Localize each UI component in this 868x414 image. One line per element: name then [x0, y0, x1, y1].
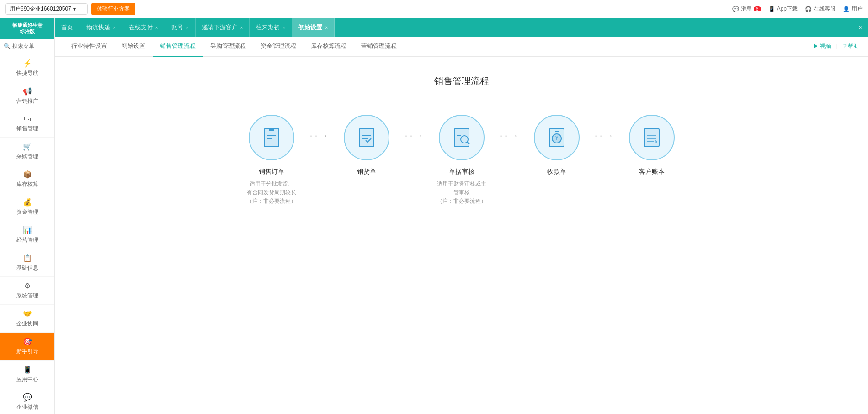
sidebar-item-label: 采购管理 — [16, 153, 38, 160]
nav-tab-init-settings[interactable]: 初始设置 × — [292, 18, 335, 37]
sidebar-logo: 畅康通好生意 标准版 — [0, 18, 54, 39]
flow-diagram: 销售订单 适用于分批发货、有合同发货周期较长（注：非必要流程） - - → — [64, 115, 859, 206]
sidebar-item-sys-mgmt[interactable]: ⚙ 系统管理 — [0, 277, 54, 305]
customer-account-name: 客户账本 — [639, 168, 665, 176]
avatar-icon: 👤 — [843, 6, 850, 12]
user-selector[interactable]: 用户690企业1660120507 ▾ — [5, 3, 88, 15]
user-label: 用户 — [852, 5, 863, 13]
nav-tab-home[interactable]: 首页 — [55, 18, 80, 37]
sidebar-item-label: 资金管理 — [16, 208, 38, 216]
marketing-icon: 📢 — [23, 87, 32, 96]
nav-tab-logistics[interactable]: 物流快递 × — [80, 18, 122, 37]
help-link[interactable]: ? 帮助 — [843, 42, 859, 50]
search-icon: 🔍 — [4, 43, 11, 49]
svg-text:¥: ¥ — [655, 138, 658, 144]
sidebar-item-label: 基础信息 — [16, 264, 38, 272]
doc-audit-circle — [439, 115, 485, 160]
sys-icon: ⚙ — [24, 281, 31, 290]
arrow-3: - - → — [500, 115, 518, 141]
sidebar-item-marketing-promo[interactable]: 📢 营销推广 — [0, 82, 54, 110]
app-center-icon: 📱 — [23, 365, 32, 374]
flow-step-doc-audit: 单据审核 适用于财务审核或主管审核（注：非必要流程） — [425, 115, 498, 206]
flow-step-receipt: ¥ 收款单 — [520, 115, 593, 180]
nav-tab-invite-close[interactable]: × — [240, 25, 243, 30]
nav-tab-online-pay-close[interactable]: × — [155, 25, 158, 30]
sidebar-item-label: 系统管理 — [16, 292, 38, 300]
invoice-circle — [344, 115, 389, 160]
sidebar-item-ops-mgmt[interactable]: 📊 经营管理 — [0, 221, 54, 249]
corp-wechat-icon: 💬 — [23, 393, 32, 402]
receipt-circle: ¥ — [534, 115, 580, 160]
sidebar-item-quick-nav[interactable]: ⚡ 快捷导航 — [0, 54, 54, 82]
sidebar-item-purchase-mgmt[interactable]: 🛒 采购管理 — [0, 138, 54, 165]
inner-tab-industry-settings[interactable]: 行业特性设置 — [64, 37, 114, 57]
doc-audit-desc: 适用于财务审核或主管审核（注：非必要流程） — [437, 180, 486, 206]
sidebar-item-label: 新手引导 — [16, 348, 38, 356]
sidebar-item-corp-wechat[interactable]: 💬 企业微信 — [0, 388, 54, 414]
sidebar-item-label: 库存核算 — [16, 180, 38, 188]
nav-tab-online-pay[interactable]: 在线支付 × — [122, 18, 165, 37]
logo-line2: 标准版 — [12, 28, 43, 35]
inventory-icon: 📦 — [23, 170, 32, 179]
inner-tab-init-settings[interactable]: 初始设置 — [114, 37, 153, 57]
sales-order-circle — [249, 115, 294, 160]
nav-tab-account-close[interactable]: × — [186, 25, 189, 30]
message-label: 消息 — [741, 5, 752, 13]
arrow-1: - - → — [310, 115, 328, 141]
sidebar-item-finance-mgmt[interactable]: 💰 资金管理 — [0, 193, 54, 221]
sidebar-item-label: 企业协同 — [16, 320, 38, 328]
online-service-button[interactable]: 🎧 在线客服 — [805, 5, 836, 13]
sidebar-search[interactable]: 🔍 搜索菜单 — [0, 39, 54, 54]
user-profile-button[interactable]: 👤 用户 — [843, 5, 863, 13]
nav-tab-period-init[interactable]: 往来期初 × — [250, 18, 292, 37]
sidebar-item-label: 营销推广 — [16, 97, 38, 105]
flow-step-sales-order: 销售订单 适用于分批发货、有合同发货周期较长（注：非必要流程） — [235, 115, 308, 206]
receipt-name: 收款单 — [547, 168, 566, 176]
close-all-tabs-button[interactable]: × — [853, 24, 868, 31]
guide-icon: 🎯 — [23, 337, 32, 346]
sales-order-desc: 适用于分批发货、有合同发货周期较长（注：非必要流程） — [247, 180, 296, 206]
flow-title: 销售管理流程 — [64, 75, 859, 87]
enterprise-icon: 🤝 — [23, 309, 32, 318]
sidebar-item-new-guide[interactable]: 🎯 新手引导 — [0, 333, 54, 361]
flow-section: 销售管理流程 销售订单 — [55, 57, 868, 224]
sidebar-item-base-info[interactable]: 📋 基础信息 — [0, 249, 54, 277]
message-badge: 6 — [754, 6, 761, 11]
sidebar-item-sales-mgmt[interactable]: 🛍 销售管理 — [0, 110, 54, 138]
nav-tab-online-pay-label: 在线支付 — [129, 23, 153, 32]
inner-tab-marketing-flow[interactable]: 营销管理流程 — [354, 37, 404, 57]
sales-icon: 🛍 — [24, 115, 31, 123]
nav-tab-period-init-close[interactable]: × — [282, 25, 285, 30]
nav-tab-init-settings-label: 初始设置 — [298, 23, 322, 32]
nav-tab-logistics-close[interactable]: × — [113, 25, 116, 30]
svg-point-10 — [461, 136, 468, 143]
video-icon: ▶ — [813, 43, 819, 49]
help-icon: ? — [843, 43, 847, 49]
svg-rect-5 — [359, 128, 374, 147]
inner-tabs: 行业特性设置 初始设置 销售管理流程 采购管理流程 资金管理流程 — [55, 37, 868, 57]
arrow-4: - - → — [595, 115, 613, 141]
experience-button[interactable]: 体验行业方案 — [91, 3, 135, 15]
message-button[interactable]: 💬 消息 6 — [732, 5, 761, 13]
video-link[interactable]: ▶ 视频 — [813, 42, 831, 50]
sidebar-item-inventory[interactable]: 📦 库存核算 — [0, 165, 54, 193]
inner-tab-sales-flow[interactable]: 销售管理流程 — [153, 37, 203, 57]
nav-tab-invite-downstream[interactable]: 邀请下游客户 × — [196, 18, 250, 37]
app-download-button[interactable]: 📱 App下载 — [768, 5, 798, 13]
dropdown-icon: ▾ — [73, 6, 76, 12]
sidebar-item-app-center[interactable]: 📱 应用中心 — [0, 361, 54, 388]
nav-tab-home-label: 首页 — [61, 23, 73, 32]
base-info-icon: 📋 — [23, 254, 32, 262]
inner-tab-finance-flow[interactable]: 资金管理流程 — [253, 37, 304, 57]
nav-tab-init-settings-close[interactable]: × — [325, 25, 328, 30]
nav-tab-account[interactable]: 账号 × — [165, 18, 196, 37]
nav-tab-period-init-label: 往来期初 — [256, 23, 280, 32]
customer-account-circle: ¥ — [629, 115, 675, 160]
message-icon: 💬 — [732, 6, 739, 12]
sidebar-item-label: 经营管理 — [16, 236, 38, 244]
search-label: 搜索菜单 — [12, 42, 34, 50]
arrow-2: - - → — [405, 115, 423, 141]
inner-tab-inventory-flow[interactable]: 库存核算流程 — [304, 37, 354, 57]
inner-tab-purchase-flow[interactable]: 采购管理流程 — [203, 37, 253, 57]
sidebar-item-enterprise[interactable]: 🤝 企业协同 — [0, 305, 54, 333]
